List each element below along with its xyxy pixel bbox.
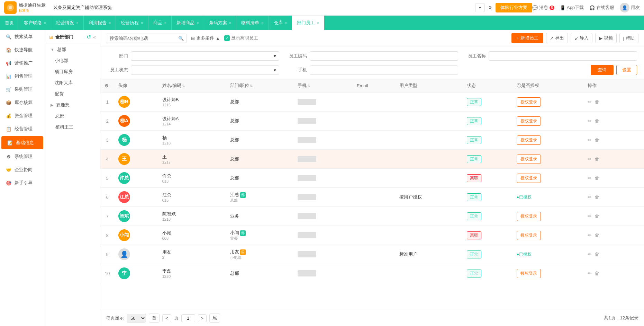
close-icon[interactable]: × — [229, 21, 231, 25]
help-btn[interactable]: | 帮助 — [619, 33, 638, 43]
close-icon[interactable]: × — [44, 21, 46, 25]
tab-barcode[interactable]: 条码方案× — [204, 16, 236, 30]
delete-icon[interactable]: 🗑 — [595, 252, 599, 257]
dept-item-xiangmu[interactable]: 项目库房 — [45, 66, 100, 77]
sidebar-item-marketing[interactable]: 📢 营销推广 — [0, 56, 45, 70]
view-btn[interactable]: ▶ 视频 — [595, 33, 617, 43]
auth-login-btn[interactable]: 授权登录 — [517, 97, 541, 107]
export-btn[interactable]: ↗ 导出 — [546, 33, 568, 43]
sidebar-item-nav[interactable]: 🏠 快捷导航 — [0, 43, 45, 56]
tab-bom[interactable]: 物料清单× — [236, 16, 269, 30]
auth-login-btn[interactable]: 授权登录 — [517, 135, 541, 145]
search-submit-btn[interactable]: 🔍 — [175, 34, 187, 42]
dept-item-zongbu-root[interactable]: ▼ 总部 — [45, 44, 100, 55]
first-page-btn[interactable]: 首 — [149, 314, 160, 323]
dept-item-zhishu[interactable]: 植树王三 — [45, 122, 100, 133]
search-input[interactable] — [106, 34, 175, 43]
close-icon[interactable]: × — [197, 21, 199, 25]
settings-icon[interactable]: ⚙ — [105, 83, 109, 88]
col-dept[interactable]: 部门/职位⇅ — [226, 79, 294, 92]
col-name[interactable]: 姓名/编码⇅ — [158, 79, 226, 92]
edit-icon[interactable]: ✏ — [588, 118, 592, 124]
phone-input[interactable] — [310, 65, 458, 75]
sidebar-item-guide[interactable]: 🎯 新手引导 — [0, 176, 45, 190]
dropdown-arrow-btn[interactable]: ▾ — [475, 3, 485, 12]
query-btn[interactable]: 查询 — [591, 65, 614, 75]
auth-login-btn[interactable]: 授权登录 — [517, 231, 541, 240]
last-page-btn[interactable]: 尾 — [209, 314, 220, 323]
sidebar-item-inventory[interactable]: 📦 库存核算 — [0, 96, 45, 109]
auth-login-btn[interactable]: 授权登录 — [517, 212, 541, 221]
auth-login-btn[interactable]: 授权登录 — [517, 269, 541, 278]
edit-icon[interactable]: ✏ — [588, 175, 592, 181]
sidebar-item-finance[interactable]: 💰 资金管理 — [0, 109, 45, 122]
sidebar-item-purchase[interactable]: 🛒 采购管理 — [0, 83, 45, 96]
emp-name-input[interactable] — [489, 51, 637, 61]
sidebar-item-system[interactable]: ⚙ 系统管理 — [0, 150, 45, 163]
tab-profit[interactable]: 利润报告× — [84, 16, 116, 30]
delete-icon[interactable]: 🗑 — [595, 99, 599, 105]
user-btn[interactable]: 👤 用友 — [620, 3, 640, 12]
page-number-input[interactable] — [181, 314, 195, 322]
experience-btn[interactable]: 体验行业方案 — [496, 3, 532, 12]
set-btn[interactable]: 设置 — [616, 65, 637, 75]
add-employee-btn[interactable]: + 新增员工 — [511, 33, 543, 43]
auth-login-btn[interactable]: 授权登录 — [517, 116, 541, 126]
sidebar-item-collab[interactable]: 🤝 企业协同 — [0, 163, 45, 176]
tab-dept-staff[interactable]: 部门员工× — [292, 16, 324, 30]
dept-item-zongbu2[interactable]: 总部 — [45, 111, 100, 122]
close-icon[interactable]: × — [261, 21, 263, 25]
delete-icon[interactable]: 🗑 — [595, 213, 599, 219]
close-icon[interactable]: × — [76, 21, 78, 25]
dept-item-peihuo[interactable]: 配货 — [45, 88, 100, 99]
prev-page-btn[interactable]: < — [162, 314, 171, 322]
close-icon[interactable]: × — [141, 21, 143, 25]
app-download-btn[interactable]: 📱 App下载 — [560, 5, 584, 11]
edit-icon[interactable]: ✏ — [588, 252, 592, 257]
edit-icon[interactable]: ✏ — [588, 232, 592, 238]
edit-icon[interactable]: ✏ — [588, 213, 592, 219]
dept-item-shuanglu[interactable]: ▶ 双鹿想 — [45, 99, 100, 111]
tab-goods[interactable]: 商品× — [148, 16, 172, 30]
edit-icon[interactable]: ✏ — [588, 194, 592, 200]
tab-customer[interactable]: 客户联络× — [19, 16, 51, 30]
more-filter-btn[interactable]: ⊟ 更多条件 ▲ — [191, 35, 220, 41]
edit-icon[interactable]: ✏ — [588, 156, 592, 162]
show-resigned-toggle[interactable]: ✓ 显示离职员工 — [224, 35, 258, 41]
col-phone[interactable]: 手机⇅ — [293, 79, 352, 92]
delete-icon[interactable]: 🗑 — [595, 271, 599, 276]
sidebar-item-management[interactable]: 📋 经营管理 — [0, 122, 45, 135]
close-icon[interactable]: × — [317, 21, 319, 25]
tab-operation[interactable]: 经营情况× — [51, 16, 83, 30]
collapse-dept-btn[interactable]: « — [93, 34, 96, 40]
tab-history[interactable]: 经营历程× — [116, 16, 148, 30]
delete-icon[interactable]: 🗑 — [595, 232, 599, 238]
dept-select[interactable]: ▾ — [131, 51, 279, 61]
delete-icon[interactable]: 🗑 — [595, 175, 599, 181]
message-btn[interactable]: 💬 消息 5 — [532, 5, 554, 11]
tab-warehouse[interactable]: 仓库× — [269, 16, 292, 30]
online-service-btn[interactable]: 🎧 在线客服 — [589, 5, 614, 11]
sidebar-item-sales[interactable]: 📊 销售管理 — [0, 70, 45, 83]
auth-login-btn[interactable]: 授权登录 — [517, 174, 541, 183]
sidebar-item-basicinfo[interactable]: 📝 基础信息 — [1, 136, 43, 149]
sidebar-item-search[interactable]: 🔍 搜索菜单 — [0, 30, 45, 43]
settings-btn[interactable]: ⚙ — [485, 3, 496, 12]
delete-icon[interactable]: 🗑 — [595, 137, 599, 143]
page-size-select[interactable]: 50 100 — [127, 314, 146, 323]
edit-icon[interactable]: ✏ — [588, 99, 592, 105]
delete-icon[interactable]: 🗑 — [595, 118, 599, 124]
import-btn[interactable]: ↙ 导入 — [571, 33, 592, 43]
dept-item-xiaodiaobu[interactable]: 小电部 — [45, 55, 100, 66]
auth-login-btn[interactable]: 授权登录 — [517, 155, 541, 164]
emp-code-input[interactable] — [310, 51, 458, 61]
tab-home[interactable]: 首页 — [0, 16, 19, 30]
refresh-dept-btn[interactable]: ↺ — [87, 34, 91, 40]
tab-add-goods[interactable]: 新增商品× — [172, 16, 204, 30]
close-icon[interactable]: × — [285, 21, 287, 25]
edit-icon[interactable]: ✏ — [588, 137, 592, 143]
close-icon[interactable]: × — [164, 21, 166, 25]
next-page-btn[interactable]: > — [198, 314, 207, 322]
close-icon[interactable]: × — [109, 21, 111, 25]
dept-item-shenyang[interactable]: 沈阳大库 — [45, 77, 100, 88]
